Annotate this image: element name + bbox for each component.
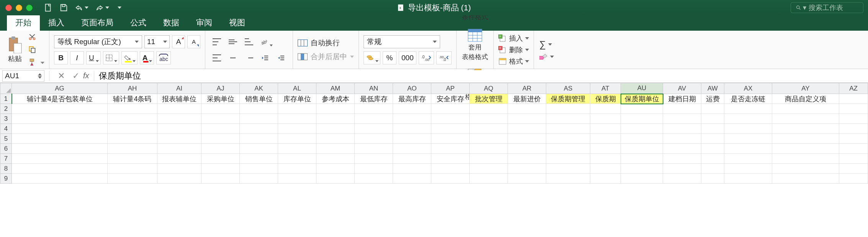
cell-AP3[interactable] (431, 114, 470, 124)
cell-AY5[interactable] (772, 134, 839, 144)
cell-AV7[interactable] (663, 154, 701, 164)
cell-AO1[interactable]: 最高库存 (393, 94, 431, 104)
cell-AP9[interactable] (431, 174, 470, 184)
cell-AG4[interactable] (12, 124, 108, 134)
cell-AQ8[interactable] (470, 164, 508, 174)
row-header-2[interactable]: 2 (0, 104, 12, 114)
cell-AV4[interactable] (663, 124, 701, 134)
cell-AM6[interactable] (316, 144, 355, 154)
spreadsheet-grid[interactable]: AGAHAIAJAKALAMANAOAPAQARASATAUAVAWAXAYAZ… (0, 83, 868, 184)
cell-AM2[interactable] (316, 104, 355, 114)
cell-AU4[interactable] (621, 124, 663, 134)
cell-AN7[interactable] (355, 154, 393, 164)
cell-AM1[interactable]: 参考成本 (316, 94, 355, 104)
cell-AP2[interactable] (431, 104, 470, 114)
cell-AN6[interactable] (355, 144, 393, 154)
cell-AK3[interactable] (240, 114, 278, 124)
increase-indent-icon[interactable] (274, 51, 288, 64)
cancel-icon[interactable]: ✕ (58, 71, 65, 81)
cell-AK2[interactable] (240, 104, 278, 114)
orientation-icon[interactable]: ab (258, 35, 274, 48)
tab-page-layout[interactable]: 页面布局 (73, 15, 122, 31)
cell-AY4[interactable] (772, 124, 839, 134)
format-as-table-button[interactable]: 套用 表格格式 (462, 28, 488, 61)
cell-AX4[interactable] (724, 124, 772, 134)
cell-AT2[interactable] (590, 104, 621, 114)
cell-AM7[interactable] (316, 154, 355, 164)
cell-AT8[interactable] (590, 164, 621, 174)
cell-AM3[interactable] (316, 114, 355, 124)
cell-AV3[interactable] (663, 114, 701, 124)
cell-AQ6[interactable] (470, 144, 508, 154)
cell-AS1[interactable]: 保质期管理 (546, 94, 590, 104)
cell-AN2[interactable] (355, 104, 393, 114)
cell-AU6[interactable] (621, 144, 663, 154)
cell-AL9[interactable] (278, 174, 316, 184)
cell-AP8[interactable] (431, 164, 470, 174)
close-window[interactable] (5, 5, 12, 11)
cell-AZ1[interactable] (839, 94, 868, 104)
cell-AR2[interactable] (508, 104, 546, 114)
phonetic-button[interactable]: abc (156, 51, 171, 64)
copy-icon[interactable] (28, 46, 37, 55)
cell-AS8[interactable] (546, 164, 590, 174)
tab-review[interactable]: 审阅 (188, 15, 221, 31)
align-center-icon[interactable] (226, 51, 240, 64)
redo-button[interactable] (95, 3, 109, 12)
cell-AJ2[interactable] (201, 104, 240, 114)
cell-AW9[interactable] (701, 174, 724, 184)
cell-AJ4[interactable] (201, 124, 240, 134)
cell-AR6[interactable] (508, 144, 546, 154)
col-header-AX[interactable]: AX (724, 83, 772, 94)
font-name-select[interactable]: 等线 Regular (正文) (54, 35, 142, 48)
cell-AI3[interactable] (157, 114, 201, 124)
font-size-select[interactable]: 11 (144, 35, 170, 48)
cell-AK4[interactable] (240, 124, 278, 134)
cell-AL5[interactable] (278, 134, 316, 144)
cell-AG7[interactable] (12, 154, 108, 164)
bold-button[interactable]: B (54, 51, 68, 64)
cell-AS7[interactable] (546, 154, 590, 164)
cell-AT5[interactable] (590, 134, 621, 144)
col-header-AY[interactable]: AY (772, 83, 839, 94)
italic-button[interactable]: I (70, 51, 84, 64)
cell-AT6[interactable] (590, 144, 621, 154)
enter-icon[interactable]: ✓ (72, 71, 79, 81)
align-middle-icon[interactable] (226, 35, 240, 48)
cell-AM9[interactable] (316, 174, 355, 184)
cell-AL8[interactable] (278, 164, 316, 174)
cell-AL2[interactable] (278, 104, 316, 114)
col-header-AG[interactable]: AG (12, 83, 108, 94)
cell-AP5[interactable] (431, 134, 470, 144)
cell-AW8[interactable] (701, 164, 724, 174)
cell-AY8[interactable] (772, 164, 839, 174)
cell-AY7[interactable] (772, 154, 839, 164)
cell-AN1[interactable]: 最低库存 (355, 94, 393, 104)
cell-AI8[interactable] (157, 164, 201, 174)
increase-font-icon[interactable] (172, 35, 185, 48)
cell-AS3[interactable] (546, 114, 590, 124)
col-header-AT[interactable]: AT (590, 83, 621, 94)
cell-AH5[interactable] (108, 134, 157, 144)
increase-decimal-icon[interactable]: .0.00 (419, 51, 434, 64)
cell-AO3[interactable] (393, 114, 431, 124)
fill-color-button[interactable] (121, 51, 138, 64)
cell-AJ6[interactable] (201, 144, 240, 154)
col-header-AP[interactable]: AP (431, 83, 470, 94)
cell-AR8[interactable] (508, 164, 546, 174)
cell-AR1[interactable]: 最新进价 (508, 94, 546, 104)
col-header-AI[interactable]: AI (157, 83, 201, 94)
cell-AQ4[interactable] (470, 124, 508, 134)
cell-AH9[interactable] (108, 174, 157, 184)
cell-AI9[interactable] (157, 174, 201, 184)
autosum-button[interactable]: ∑ (539, 39, 554, 50)
cell-AQ9[interactable] (470, 174, 508, 184)
cell-AU2[interactable] (621, 104, 663, 114)
cell-AK5[interactable] (240, 134, 278, 144)
cell-AW2[interactable] (701, 104, 724, 114)
cell-AT7[interactable] (590, 154, 621, 164)
cell-AQ1[interactable]: 批次管理 (470, 94, 508, 104)
cell-AW4[interactable] (701, 124, 724, 134)
cell-AO2[interactable] (393, 104, 431, 114)
cell-AK9[interactable] (240, 174, 278, 184)
